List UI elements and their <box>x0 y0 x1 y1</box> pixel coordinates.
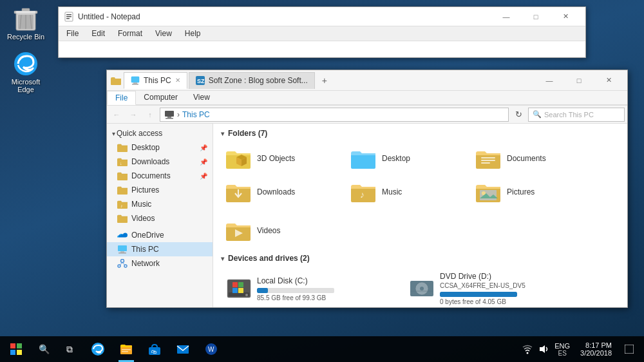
sidebar-item-videos[interactable]: Videos <box>107 211 213 225</box>
folder-item-downloads[interactable]: Downloads <box>221 176 343 207</box>
svg-text:SZ: SZ <box>197 78 205 84</box>
sidebar-item-desktop[interactable]: Desktop 📌 <box>107 140 213 155</box>
notepad-title: Untitled - Notepad <box>78 12 491 21</box>
sidebar-item-this-pc[interactable]: This PC <box>107 242 213 256</box>
forward-btn[interactable]: → <box>126 108 140 122</box>
tray-network-icon[interactable] <box>521 336 534 362</box>
task-view-btn[interactable]: ⧉ <box>55 336 84 362</box>
sidebar-item-pictures[interactable]: Pictures <box>107 183 213 197</box>
quick-access-label: Quick access <box>117 129 162 138</box>
taskbar-search-btn[interactable]: 🔍 <box>32 336 55 362</box>
network-tray-icon <box>522 344 533 354</box>
notepad-content-area[interactable] <box>59 41 585 57</box>
device-d-sub1: CCSA_X64FRE_EN-US_DV5 <box>440 282 526 289</box>
sidebar-item-documents[interactable]: Documents 📌 <box>107 169 213 183</box>
address-this-pc[interactable]: This PC <box>182 110 210 119</box>
folder-item-3dobjects[interactable]: 3D Objects <box>221 143 343 174</box>
svg-point-75 <box>527 352 529 354</box>
taskbar-app1[interactable]: W <box>197 336 225 362</box>
tray-language[interactable]: ENG ES <box>552 342 573 357</box>
folder-icon-downloads <box>226 180 252 204</box>
svg-rect-41 <box>481 157 495 158</box>
notepad-maximize-btn[interactable]: □ <box>521 7 551 26</box>
taskbar-mail-icon <box>176 342 190 356</box>
svg-rect-65 <box>17 350 22 355</box>
notification-btn[interactable] <box>620 336 639 362</box>
svg-rect-62 <box>10 343 15 348</box>
device-d-info: DVD Drive (D:) CCSA_X64FRE_EN-US_DV5 0 b… <box>440 272 526 305</box>
notepad-menu-help[interactable]: Help <box>180 28 206 39</box>
up-btn[interactable]: ↑ <box>143 108 157 122</box>
address-pc-icon <box>164 110 175 119</box>
notepad-menu-file[interactable]: File <box>61 28 84 39</box>
svg-rect-42 <box>481 160 495 161</box>
folders-arrow: ▾ <box>221 130 224 137</box>
ribbon-tab-file[interactable]: File <box>107 91 136 105</box>
device-c-sub: 85.5 GB free of 99.3 GB <box>257 294 334 301</box>
folder-item-documents[interactable]: Documents <box>471 143 593 174</box>
network-sidebar-icon <box>117 258 128 269</box>
tray-lang-bot: ES <box>558 350 566 357</box>
explorer-maximize-btn[interactable]: □ <box>564 70 594 91</box>
sidebar-videos-label: Videos <box>131 214 155 223</box>
explorer-minimize-btn[interactable]: — <box>535 70 564 91</box>
taskbar-file-explorer[interactable] <box>112 336 140 362</box>
quick-access-header[interactable]: ▾ Quick access <box>107 126 213 140</box>
folder-name-downloads: Downloads <box>257 187 295 196</box>
tray-clock[interactable]: 8:17 PM 3/20/2018 <box>575 336 617 362</box>
folder-item-videos[interactable]: Videos <box>221 215 285 246</box>
start-button[interactable] <box>0 336 32 362</box>
back-btn[interactable]: ← <box>109 108 124 122</box>
folder-icon-music: ♪ <box>351 180 377 204</box>
notepad-menu-format[interactable]: Format <box>113 28 147 39</box>
recycle-bin-icon[interactable]: Recycle Bin <box>3 3 48 43</box>
svg-rect-29 <box>117 216 128 223</box>
devices-section-header[interactable]: ▾ Devices and drives (2) <box>221 254 620 263</box>
notepad-window: Untitled - Notepad — □ ✕ File Edit Forma… <box>58 6 586 58</box>
notepad-menu-edit[interactable]: Edit <box>86 28 110 39</box>
svg-text:♪: ♪ <box>360 189 365 200</box>
tab-softzone[interactable]: SZ Soft Zone : Blog sobre Soft... <box>189 72 315 89</box>
sidebar-item-music[interactable]: ♪ Music <box>107 197 213 211</box>
new-tab-btn[interactable]: + <box>316 72 333 89</box>
folder-item-music[interactable]: ♪ Music <box>346 176 468 207</box>
downloads-folder-icon: ↓ <box>117 157 128 167</box>
tray-volume-icon[interactable] <box>536 336 549 362</box>
taskbar-app1-icon: W <box>204 342 218 356</box>
quick-access-arrow: ▾ <box>112 130 115 137</box>
refresh-btn[interactable]: ↻ <box>511 108 526 122</box>
folder-item-pictures[interactable]: Pictures <box>471 176 593 207</box>
sidebar-item-network[interactable]: Network <box>107 256 213 271</box>
folder-name-pictures: Pictures <box>507 187 535 196</box>
device-icon-d <box>409 277 435 300</box>
tab-this-pc-close[interactable]: ✕ <box>175 77 180 84</box>
folder-icon-3dobjects <box>226 147 252 170</box>
ribbon-tab-computer[interactable]: Computer <box>136 91 185 104</box>
explorer-close-btn[interactable]: ✕ <box>594 70 623 91</box>
folders-section-header[interactable]: ▾ Folders (7) <box>221 129 620 138</box>
svg-rect-64 <box>10 350 15 355</box>
taskbar-store[interactable]: 🛍 <box>140 336 169 362</box>
svg-rect-14 <box>131 77 139 82</box>
device-item-d[interactable]: DVD Drive (D:) CCSA_X64FRE_EN-US_DV5 0 b… <box>404 268 584 307</box>
taskbar-mail[interactable] <box>169 336 197 362</box>
ribbon-tab-view[interactable]: View <box>185 91 218 104</box>
taskbar-edge[interactable] <box>84 336 112 362</box>
desktop-folder-icon <box>117 142 128 153</box>
notepad-menu-view[interactable]: View <box>150 28 177 39</box>
folder-item-desktop[interactable]: Desktop <box>346 143 468 174</box>
folder-icon-desktop <box>351 147 377 170</box>
documents-folder-icon <box>117 171 128 181</box>
sidebar-item-downloads[interactable]: ↓ Downloads 📌 <box>107 155 213 169</box>
notepad-close-btn[interactable]: ✕ <box>551 7 580 26</box>
this-pc-sidebar-icon <box>117 244 128 254</box>
sidebar-item-onedrive[interactable]: OneDrive <box>107 228 213 242</box>
notepad-minimize-btn[interactable]: — <box>491 7 521 26</box>
search-box[interactable]: 🔍 Search This PC <box>528 108 625 122</box>
address-box[interactable]: › This PC <box>160 108 509 122</box>
svg-rect-12 <box>66 18 70 19</box>
edge-desktop-icon[interactable]: Microsoft Edge <box>3 48 48 96</box>
svg-rect-32 <box>118 252 126 254</box>
tab-this-pc[interactable]: This PC ✕ <box>124 72 187 89</box>
device-item-c[interactable]: Local Disk (C:) 85.5 GB free of 99.3 GB <box>221 268 401 307</box>
